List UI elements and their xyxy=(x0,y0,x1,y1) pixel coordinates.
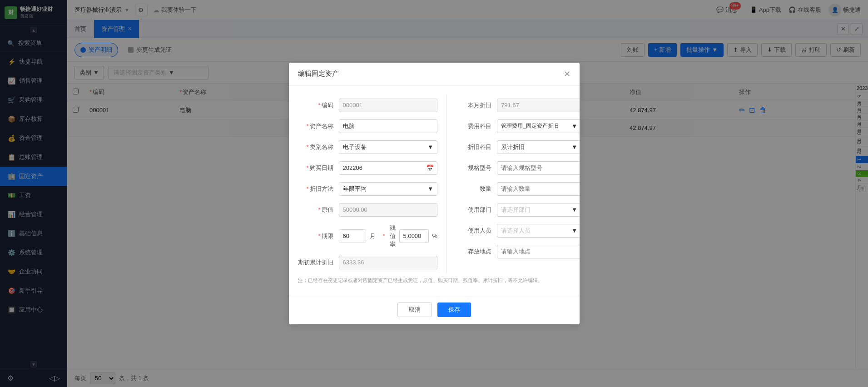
modal-overlay: 编辑固定资产 ✕ *编码 *资产名称 xyxy=(0,0,868,387)
save-button[interactable]: 保存 xyxy=(437,303,471,317)
form-row-period: *期限 月 * 残值率 % xyxy=(298,220,438,252)
form-row-original-value: *原值 xyxy=(298,199,438,220)
expense-subject-label: 费用科目 xyxy=(456,122,497,130)
location-label: 存放地点 xyxy=(456,248,497,256)
dept-select[interactable]: 请选择部门 ▼ xyxy=(497,203,579,217)
quantity-input[interactable] xyxy=(497,182,579,196)
modal-close-button[interactable]: ✕ xyxy=(564,69,570,79)
category-select[interactable]: 电子设备 ▼ xyxy=(339,140,438,154)
residual-rate-unit: % xyxy=(432,233,438,239)
form-row-purchase-date: *购买日期 📅 xyxy=(298,158,438,179)
monthly-depreciation-input[interactable] xyxy=(497,99,579,112)
form-row-dept: 使用部门 请选择部门 ▼ xyxy=(456,199,579,220)
modal-body: *编码 *资产名称 *类别名称 xyxy=(289,86,580,295)
depreciation-method-dropdown-icon: ▼ xyxy=(427,185,433,192)
modal-title: 编辑固定资产 xyxy=(298,69,339,78)
residual-rate-input[interactable] xyxy=(399,229,429,243)
period-inline: 月 * 残值率 % xyxy=(339,224,438,248)
dept-label: 使用部门 xyxy=(456,206,497,214)
initial-depreciation-label: 期初累计折旧 xyxy=(298,258,339,267)
user-label: 使用人员 xyxy=(456,227,497,235)
dept-dropdown-icon: ▼ xyxy=(571,206,577,213)
original-value-label: *原值 xyxy=(298,206,339,214)
category-dropdown-icon: ▼ xyxy=(427,144,433,150)
form-right-col: 本月折旧 费用科目 管理费用_固定资产折旧 ▼ xyxy=(447,95,579,273)
calendar-icon[interactable]: 📅 xyxy=(426,164,434,172)
form-row-category: *类别名称 电子设备 ▼ xyxy=(298,137,438,158)
spec-input[interactable] xyxy=(497,161,579,175)
form-row-spec: 规格型号 xyxy=(456,158,579,179)
form-row-initial-depreciation: 期初累计折旧 xyxy=(298,252,438,273)
user-dropdown-icon: ▼ xyxy=(571,227,577,234)
period-label: *期限 xyxy=(298,232,339,240)
form-row-code: *编码 xyxy=(298,95,438,116)
original-value-input[interactable] xyxy=(339,203,438,217)
expense-subject-dropdown-icon: ▼ xyxy=(571,123,577,129)
depreciation-subject-dropdown-icon: ▼ xyxy=(571,144,577,150)
edit-asset-modal: 编辑固定资产 ✕ *编码 *资产名称 xyxy=(289,63,580,325)
form-row-quantity: 数量 xyxy=(456,179,579,199)
form-row-monthly-depreciation: 本月折旧 xyxy=(456,95,579,116)
period-unit: 月 xyxy=(370,232,376,240)
depreciation-subject-label: 折旧科目 xyxy=(456,143,497,151)
dept-placeholder: 请选择部门 xyxy=(501,206,531,214)
expense-subject-select[interactable]: 管理费用_固定资产折旧 ▼ xyxy=(497,119,579,133)
code-input[interactable] xyxy=(339,99,438,112)
modal-header: 编辑固定资产 ✕ xyxy=(289,63,580,86)
purchase-date-label: *购买日期 xyxy=(298,164,339,172)
name-input[interactable] xyxy=(339,119,438,133)
category-value: 电子设备 xyxy=(343,143,367,151)
form-row-expense-subject: 费用科目 管理费用_固定资产折旧 ▼ xyxy=(456,116,579,137)
form-grid: *编码 *资产名称 *类别名称 xyxy=(298,95,570,273)
code-label: *编码 xyxy=(298,101,339,109)
spec-label: 规格型号 xyxy=(456,164,497,172)
user-placeholder: 请选择人员 xyxy=(501,227,531,235)
form-note: 注：已经存在变更记录或者对应固定资产已经生成凭证，原值、购买日期、残值率、累计折… xyxy=(298,273,570,286)
depreciation-method-value: 年限平均 xyxy=(343,185,367,193)
user-select[interactable]: 请选择人员 ▼ xyxy=(497,224,579,238)
quantity-label: 数量 xyxy=(456,185,497,193)
initial-depreciation-input[interactable] xyxy=(339,256,438,269)
location-input[interactable] xyxy=(497,245,579,258)
form-row-user: 使用人员 请选择人员 ▼ xyxy=(456,220,579,241)
residual-rate-label: 残值率 xyxy=(390,224,396,248)
depreciation-subject-value: 累计折旧 xyxy=(501,143,525,151)
monthly-depreciation-label: 本月折旧 xyxy=(456,101,497,109)
form-row-depreciation-method: *折旧方法 年限平均 ▼ xyxy=(298,179,438,199)
form-row-location: 存放地点 xyxy=(456,241,579,262)
modal-footer: 取消 保存 xyxy=(289,295,580,324)
form-left-col: *编码 *资产名称 *类别名称 xyxy=(298,95,447,273)
purchase-date-field: 📅 xyxy=(339,161,438,175)
form-row-depreciation-subject: 折旧科目 累计折旧 ▼ xyxy=(456,137,579,158)
cancel-button[interactable]: 取消 xyxy=(397,303,432,317)
form-row-name: *资产名称 xyxy=(298,116,438,137)
depreciation-subject-select[interactable]: 累计折旧 ▼ xyxy=(497,140,579,154)
depreciation-method-label: *折旧方法 xyxy=(298,185,339,193)
purchase-date-input[interactable] xyxy=(339,161,438,175)
depreciation-method-select[interactable]: 年限平均 ▼ xyxy=(339,182,438,196)
name-label: *资产名称 xyxy=(298,122,339,130)
category-label: *类别名称 xyxy=(298,143,339,151)
expense-subject-value: 管理费用_固定资产折旧 xyxy=(501,122,559,130)
period-input[interactable] xyxy=(339,229,366,243)
